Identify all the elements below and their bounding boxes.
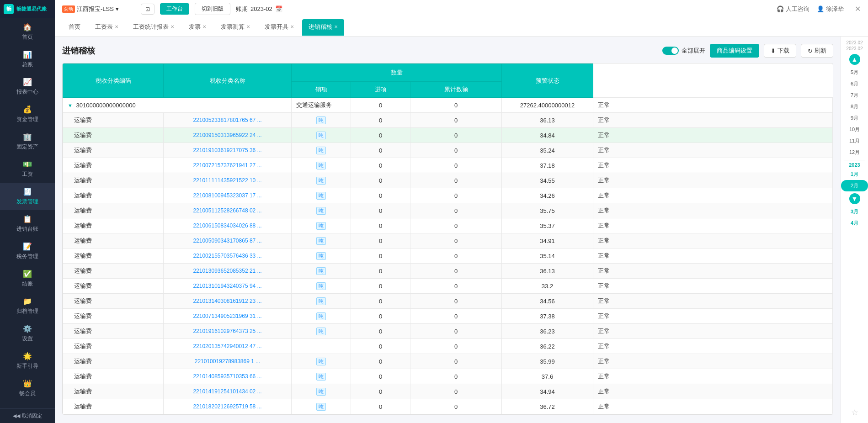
sidebar-item-home[interactable]: 🏠 首页 [0,18,55,46]
purchase-cell: 0 [410,279,502,294]
tab-salary-report-close[interactable]: ✕ [170,24,174,29]
table-row[interactable]: 运输费 221006150834034026 88 ... 吨 0 0 35.3… [63,218,833,233]
table-row[interactable]: 运输费 221018202126925719 58 ... 吨 0 0 36.7… [63,399,833,414]
sidebar-item-setting[interactable]: ⚙️ 设置 [0,320,55,347]
table-row[interactable]: 运输费 221005233817801765 67 ... 吨 0 0 36.1… [63,113,833,128]
table-row[interactable]: 运输费 221011111435921522 10 ... 吨 0 0 34.5… [63,173,833,188]
right-panel-up-nav[interactable]: ▲ [849,54,860,65]
right-panel-month-3[interactable]: 3月 [841,206,868,217]
tab-salary-table-close[interactable]: ✕ [115,24,118,29]
row-name-cell: 运输费 [63,143,164,158]
app-logo: 畅 畅捷通易代账 [0,0,55,18]
sidebar-label-report: 报表中心 [16,88,38,96]
sidebar-item-asset[interactable]: 🏢 固定资产 [0,128,55,155]
switch-version-button[interactable]: 切到旧版 [195,3,230,15]
right-panel-month-8[interactable]: 8月 [841,101,868,112]
table-row[interactable]: ▼ 301000000000000000 交通运输服务 0 0 27262.40… [63,98,833,113]
table-row[interactable]: 运输费 221013140308161912 23 ... 吨 0 0 34.5… [63,294,833,309]
right-panel-divider [844,160,865,160]
refresh-button[interactable]: ↻ 刷新 [801,44,833,58]
tab-invoice-calc[interactable]: 发票测算 ✕ [214,19,256,36]
setting-icon: ⚙️ [23,324,32,333]
copy-button[interactable]: ⊡ [141,4,154,15]
asset-icon: 🏢 [23,132,32,141]
table-row[interactable]: 运输费 221007134905231969 31 ... 吨 0 0 37.3… [63,309,833,324]
sidebar-item-ledger[interactable]: 📊 总账 [0,46,55,73]
right-panel-down-nav[interactable]: ▼ [849,193,860,204]
sidebar-item-tax[interactable]: 📝 税务管理 [0,238,55,265]
status-cell: 正常 [593,309,833,324]
right-panel-month-9[interactable]: 9月 [841,112,868,124]
group-name-cell: 交通运输服务 [292,98,351,113]
invoice-no-cell: 221019103619217075 36 ... [164,143,292,158]
table-row[interactable]: 运输费 221013101943240375 94 ... 吨 0 0 33.2… [63,279,833,294]
table-row[interactable]: 运输费 221009150313965922 24 ... 吨 0 0 34.8… [63,128,833,143]
guide-icon: 🌟 [23,352,32,360]
table-row[interactable]: 运输费 221014085935710353 66 ... 吨 0 0 37.6… [63,369,833,384]
right-panel-month-6[interactable]: 6月 [841,78,868,90]
tab-invoice[interactable]: 发票 ✕ [182,19,213,36]
tax-icon: 📝 [23,242,32,251]
right-panel-month-10[interactable]: 10月 [841,124,868,135]
tab-invoice-calc-close[interactable]: ✕ [246,24,250,29]
sidebar-item-fund[interactable]: 💰 资金管理 [0,100,55,128]
tab-reconcile[interactable]: 进销稽核 ✕ [302,19,344,36]
purchase-cell: 0 [410,309,502,324]
table-row[interactable]: 运输费 221019161029764373 25 ... 吨 0 0 36.2… [63,324,833,339]
table-row[interactable]: 运输费 221020135742940012 47 ... 0 0 36.22 … [63,339,833,354]
tab-invoice-close[interactable]: ✕ [202,24,206,29]
ledger-icon: 📊 [23,50,32,59]
right-panel-month-12[interactable]: 12月 [841,147,868,158]
right-panel-month-5[interactable]: 5月 [841,67,868,78]
close-button[interactable]: ✕ [855,5,861,13]
tab-salary-report[interactable]: 工资统计报表 ✕ [127,19,181,36]
sidebar-item-trade[interactable]: 📋 进销台账 [0,210,55,238]
right-panel-month-1[interactable]: 1月 [841,169,868,180]
table-row[interactable]: 运输费 221010019278983869 1 ... 吨 0 0 35.99… [63,354,833,369]
unpin-button[interactable]: ◀◀ 取消固定 [0,408,55,423]
sidebar-label-salary: 工资 [22,170,33,178]
tab-invoice-open[interactable]: 发票开具 ✕ [258,19,300,36]
sidebar-item-salary[interactable]: 💵 工资 [0,155,55,183]
workbench-button[interactable]: 工作台 [160,3,189,15]
sidebar-item-archive[interactable]: 📁 归档管理 [0,292,55,320]
table-row[interactable]: 运输费 221019103619217075 36 ... 吨 0 0 35.2… [63,143,833,158]
row-name-cell: 运输费 [63,369,164,384]
company-name: 江西报宝-LSS [77,5,114,13]
unit-tag: 吨 [316,132,326,139]
table-row[interactable]: 运输费 221005112528266748 02 ... 吨 0 0 35.7… [63,203,833,218]
cumulative-cell: 27262.40000000012 [502,98,593,113]
table-row[interactable]: 运输费 221005090343170865 87 ... 吨 0 0 34.9… [63,233,833,249]
user-menu[interactable]: 👤 徐泽华 [817,5,844,13]
tab-reconcile-close[interactable]: ✕ [334,24,338,29]
sale-cell: 0 [351,294,410,309]
expand-toggle[interactable]: 全部展开 [662,47,705,55]
company-selector[interactable]: 勿动 江西报宝-LSS ▾ [62,5,135,13]
tab-home[interactable]: 首页 [62,19,87,36]
sidebar-item-report[interactable]: 📈 报表中心 [0,73,55,100]
tab-invoice-open-close[interactable]: ✕ [290,24,294,29]
favorite-icon[interactable]: ☆ [851,407,858,418]
sidebar-item-settle[interactable]: ✅ 结账 [0,265,55,292]
right-panel: 2023.02 2023.02 ▲ 5月 6月 7月 8月 9月 10月 11月… [841,37,868,423]
table-row[interactable]: 运输费 221013093652085352 21 ... 吨 0 0 36.1… [63,264,833,279]
sidebar-item-invoice[interactable]: 🧾 发票管理 [0,183,55,210]
right-panel-year-2023: 2023.02 [846,40,863,45]
tab-salary-table[interactable]: 工资表 ✕ [89,19,125,36]
table-row[interactable]: 运输费 221007215737621941 27 ... 吨 0 0 37.1… [63,158,833,173]
right-panel-month-7[interactable]: 7月 [841,90,868,101]
right-panel-month-4[interactable]: 4月 [841,217,868,229]
right-panel-month-2[interactable]: 2月 [841,180,868,191]
sidebar-item-member[interactable]: 👑 畅会员 [0,375,55,402]
table-row[interactable]: 运输费 221014191254101434 02 ... 吨 0 0 34.9… [63,384,833,399]
settings-button[interactable]: 商品编码设置 [710,44,759,58]
sidebar-item-guide[interactable]: 🌟 新手引导 [0,347,55,375]
table-row[interactable]: 运输费 221008100945323037 17 ... 吨 0 0 34.2… [63,188,833,203]
period-selector[interactable]: 账期 2023-02 📅 [236,5,282,13]
table-row[interactable]: 运输费 221002155703576436 33 ... 吨 0 0 35.1… [63,249,833,264]
download-button[interactable]: ⬇ 下载 [764,44,796,58]
right-panel-month-11[interactable]: 11月 [841,135,868,147]
toggle-track[interactable] [662,47,679,55]
invoice-no-cell: 221014085935710353 66 ... [164,369,292,384]
service-button[interactable]: 🎧 人工咨询 [777,5,809,13]
